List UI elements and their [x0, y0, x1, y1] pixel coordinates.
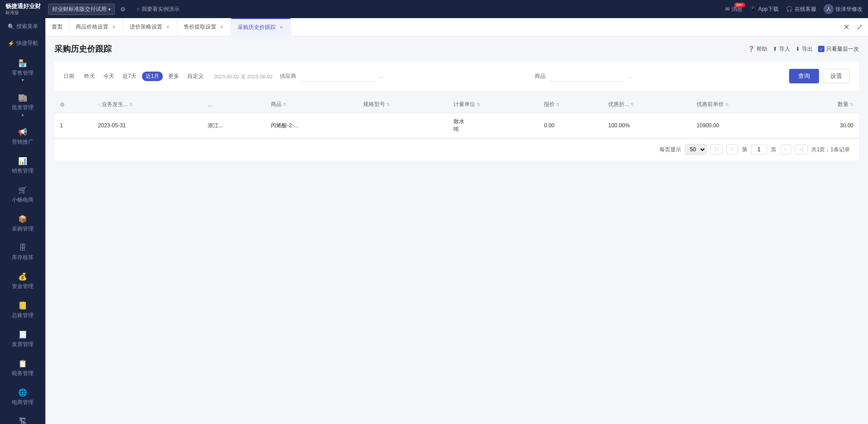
user-menu[interactable]: 人 徐泽华修改 — [824, 4, 863, 14]
cell-quantity: 30.00 — [795, 113, 859, 138]
header-settings-icon[interactable]: ⚙ — [118, 4, 127, 14]
tab-purchase-history[interactable]: 采购历史价跟踪 ✕ — [231, 18, 291, 36]
product-more-btn[interactable]: ... — [628, 73, 633, 79]
sidebar-item-sales[interactable]: 📊 销售管理 — [0, 151, 45, 180]
only-last-checkbox[interactable]: ✓ 只看最后一次 — [818, 45, 859, 53]
prev-page-btn[interactable]: < — [727, 145, 738, 154]
sidebar-item-wholesale[interactable]: 🏬 批发管理 ▲ — [0, 88, 45, 122]
sidebar-item-label: 销售管理 — [12, 167, 34, 175]
th-original-price[interactable]: 优惠前单价 ⇅ — [691, 96, 795, 113]
supplier-more-btn[interactable]: ... — [379, 73, 383, 79]
sort-icon: ⇅ — [129, 102, 133, 107]
tab-home[interactable]: 首页 — [45, 18, 69, 36]
page-actions: ❓ 帮助 ⬆ 导入 ⬇ 导出 ✓ 只看最后一次 — [748, 45, 859, 53]
sidebar-item-marketing[interactable]: 📢 营销推广 — [0, 122, 45, 151]
sidebar-item-label: 发票管理 — [12, 341, 34, 348]
query-button[interactable]: 查询 — [789, 69, 819, 83]
app-logo: 畅捷通好业财 标准版 — [5, 3, 41, 15]
date-option-custom[interactable]: 自定义 — [185, 72, 206, 81]
th-product[interactable]: 商品 ⇅ — [265, 96, 357, 113]
table-gear-icon[interactable]: ⚙ — [60, 101, 65, 108]
ledger-icon: 📒 — [18, 301, 27, 310]
sidebar-item-label: 采购管理 — [12, 225, 34, 233]
th-quantity[interactable]: 数量 ⇅ — [795, 96, 859, 113]
th-spec[interactable]: 规格型号 ⇅ — [358, 96, 448, 113]
search-icon: 🔍 — [8, 24, 15, 30]
th-gear[interactable]: ⚙ — [54, 96, 93, 113]
help-btn[interactable]: ❓ 帮助 — [748, 45, 767, 53]
date-option-more[interactable]: 更多 — [166, 72, 182, 81]
tab-fullscreen-icon[interactable]: ⤢ — [855, 21, 864, 33]
table-header-row: ⚙ ↑ 业务发生... ⇅ ... — [54, 96, 859, 113]
ecommerce-small-icon: 🛒 — [18, 186, 27, 194]
sidebar-item-assets[interactable]: 🏗 固定资产 — [0, 412, 45, 424]
sidebar: 🔍 搜索菜单 ⚡ 快捷导航 🏪 零售管理 ▼ 🏬 批发管理 ▲ 📢 营销推广 📊… — [0, 18, 45, 424]
date-option-last1m[interactable]: 近1月 — [142, 72, 163, 81]
sidebar-search[interactable]: 🔍 搜索菜单 — [0, 18, 45, 35]
date-option-yesterday[interactable]: 昨天 — [82, 72, 98, 81]
product-input[interactable] — [549, 71, 624, 82]
edition-selector[interactable]: 好业财标准版交付试用 ▾ — [48, 4, 115, 15]
tab-close-purchase-strategy[interactable]: ✕ — [165, 24, 171, 30]
marketing-icon: 📢 — [18, 128, 27, 136]
content-area: 首页 商品价格设置 ✕ 进价策略设置 ✕ 售价提取设置 ✕ 采购历史价跟踪 ✕ … — [45, 18, 868, 424]
app-download-action[interactable]: 📱 App下载 — [750, 5, 779, 13]
finance-icon: 💰 — [18, 272, 27, 281]
sidebar-item-label: 总账管理 — [12, 312, 34, 319]
th-date[interactable]: ↑ 业务发生... ⇅ — [93, 96, 202, 113]
sidebar-item-purchase[interactable]: 📦 采购管理 — [0, 209, 45, 238]
tab-close-sale-extract[interactable]: ✕ — [219, 24, 224, 30]
th-discount[interactable]: 优惠折... ⇅ — [603, 96, 691, 113]
export-btn[interactable]: ⬇ 导出 — [795, 45, 813, 53]
sort-up-icon: ↑ — [98, 102, 100, 107]
sidebar-item-tax[interactable]: 📋 税务管理 — [0, 354, 45, 383]
first-page-btn[interactable]: |< — [710, 145, 723, 154]
cell-product: 丙烯酸-2-... — [265, 113, 357, 138]
total-info: 共1页，1条记录 — [811, 146, 850, 154]
sidebar-item-ecommerce-small[interactable]: 🛒 小畅电商 — [0, 180, 45, 209]
headset-icon: 🎧 — [786, 6, 793, 12]
checkbox-checked-icon: ✓ — [818, 46, 824, 52]
product-label: 商品 — [535, 72, 546, 80]
filter-settings-button[interactable]: 设置 — [823, 69, 850, 83]
sidebar-item-ledger[interactable]: 📒 总账管理 — [0, 296, 45, 325]
supplier-input[interactable] — [300, 71, 375, 82]
pagination-bar: 每页显示 50 |< < 第 页 > >| 共1页，1条记录 — [54, 138, 859, 160]
sidebar-item-invoice[interactable]: 🧾 发票管理 — [0, 325, 45, 354]
online-service-action[interactable]: 🎧 在线客服 — [786, 5, 816, 13]
sidebar-quick-nav[interactable]: ⚡ 快捷导航 — [0, 35, 45, 52]
cell-index: 1 — [54, 113, 93, 138]
tab-purchase-strategy[interactable]: 进价策略设置 ✕ — [123, 18, 177, 36]
tab-close-price[interactable]: ✕ — [111, 24, 117, 30]
th-unit[interactable]: 计量单位 ⇅ — [448, 96, 538, 113]
cell-spec — [358, 113, 448, 138]
tab-price[interactable]: 商品价格设置 ✕ — [69, 18, 123, 36]
sidebar-item-retail[interactable]: 🏪 零售管理 ▼ — [0, 53, 45, 88]
tax-icon: 📋 — [18, 359, 27, 368]
sidebar-item-label: 资金管理 — [12, 283, 34, 290]
messages-action[interactable]: ✉ 消息 99+ — [725, 5, 742, 13]
chevron-up-icon: ▲ — [21, 112, 25, 117]
last-page-btn[interactable]: >| — [795, 145, 808, 154]
import-btn[interactable]: ⬆ 导入 — [773, 45, 790, 53]
page-number-input[interactable] — [751, 145, 767, 154]
tab-close-all-icon[interactable]: ✕ — [842, 21, 851, 33]
sidebar-item-finance[interactable]: 💰 资金管理 — [0, 267, 45, 296]
sort-icon-unit: ⇅ — [477, 102, 480, 107]
demo-link[interactable]: ○ 我要看实例演示 — [137, 5, 180, 13]
date-option-last7[interactable]: 近7天 — [120, 72, 139, 81]
tab-close-purchase-history[interactable]: ✕ — [278, 24, 284, 30]
header-left: 畅捷通好业财 标准版 好业财标准版交付试用 ▾ ⚙ ○ 我要看实例演示 — [5, 3, 180, 15]
th-price[interactable]: 报价 ⇅ — [538, 96, 603, 113]
next-page-btn[interactable]: > — [780, 145, 791, 154]
main-layout: 🔍 搜索菜单 ⚡ 快捷导航 🏪 零售管理 ▼ 🏬 批发管理 ▲ 📢 营销推广 📊… — [0, 18, 868, 424]
per-page-select[interactable]: 50 — [685, 144, 707, 155]
date-option-today[interactable]: 今天 — [101, 72, 117, 81]
tab-sale-extract[interactable]: 售价提取设置 ✕ — [177, 18, 231, 36]
export-icon: ⬇ — [795, 46, 800, 52]
avatar: 人 — [824, 4, 834, 14]
sidebar-item-inventory[interactable]: 🗄 库存核算 — [0, 238, 45, 267]
sidebar-item-ecommerce[interactable]: 🌐 电商管理 — [0, 383, 45, 412]
page-title: 采购历史价跟踪 — [54, 43, 112, 54]
th-more[interactable]: ... — [202, 96, 265, 113]
